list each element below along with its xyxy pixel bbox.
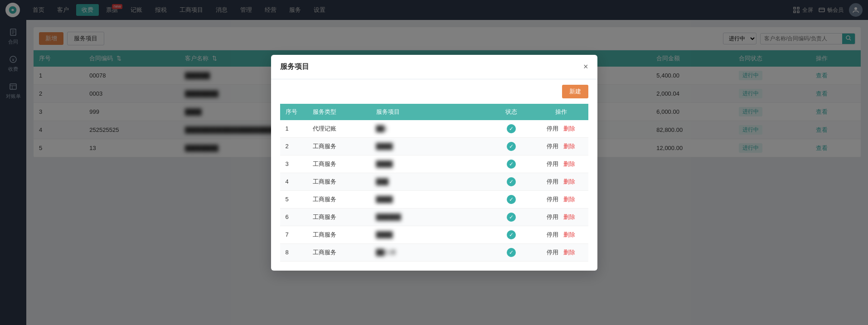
service-modal: 服务项目 × 新建 序号 服务类型 服务项目 状态 操作 1 代理记账 ██1 … (271, 55, 597, 271)
modal-header: 服务项目 × (271, 55, 597, 79)
mcell-status: ✓ (489, 190, 534, 208)
list-item: 8 工商服务 ██注册 ✓ 停用 删除 (280, 243, 588, 261)
status-check-icon: ✓ (507, 124, 516, 133)
stop-button[interactable]: 停用 (547, 249, 558, 256)
modal-title: 服务项目 (280, 62, 309, 72)
mth-status: 状态 (489, 104, 534, 120)
stop-button[interactable]: 停用 (547, 231, 558, 238)
stop-button[interactable]: 停用 (547, 160, 558, 167)
status-check-icon: ✓ (507, 230, 516, 239)
modal-new-button[interactable]: 新建 (562, 85, 588, 98)
service-table: 序号 服务类型 服务项目 状态 操作 1 代理记账 ██1 ✓ 停用 删除 2 … (280, 104, 588, 262)
mcell-type: 代理记账 (307, 120, 371, 138)
mcell-status: ✓ (489, 173, 534, 190)
mcell-type: 工商服务 (307, 190, 371, 208)
mcell-status: ✓ (489, 208, 534, 226)
mth-type: 服务类型 (307, 104, 371, 120)
mcell-item: ███ (371, 173, 489, 190)
stop-button[interactable]: 停用 (547, 196, 558, 203)
modal-toolbar: 新建 (271, 79, 597, 104)
mcell-type: 工商服务 (307, 243, 371, 261)
list-item: 7 工商服务 ████ ✓ 停用 删除 (280, 226, 588, 243)
stop-button[interactable]: 停用 (547, 213, 558, 220)
mcell-status: ✓ (489, 243, 534, 261)
mcell-item: ████ (371, 190, 489, 208)
delete-button[interactable]: 删除 (563, 143, 575, 150)
mth-item: 服务项目 (371, 104, 489, 120)
status-check-icon: ✓ (507, 160, 516, 169)
delete-button[interactable]: 删除 (563, 196, 575, 203)
mth-action: 操作 (534, 104, 588, 120)
stop-button[interactable]: 停用 (547, 178, 558, 185)
mcell-seq: 5 (280, 190, 307, 208)
status-check-icon: ✓ (507, 213, 516, 222)
delete-button[interactable]: 删除 (563, 125, 575, 132)
mcell-status: ✓ (489, 155, 534, 173)
mcell-action: 停用 删除 (534, 173, 588, 190)
list-item: 3 工商服务 ████ ✓ 停用 删除 (280, 155, 588, 173)
mcell-item: ██████ (371, 208, 489, 226)
modal-close-button[interactable]: × (583, 63, 588, 71)
status-check-icon: ✓ (507, 248, 516, 257)
delete-button[interactable]: 删除 (563, 231, 575, 238)
modal-body: 序号 服务类型 服务项目 状态 操作 1 代理记账 ██1 ✓ 停用 删除 2 … (271, 104, 597, 271)
delete-button[interactable]: 删除 (563, 213, 575, 220)
stop-button[interactable]: 停用 (547, 125, 558, 132)
mcell-type: 工商服务 (307, 173, 371, 190)
mcell-seq: 3 (280, 155, 307, 173)
status-check-icon: ✓ (507, 177, 516, 186)
mcell-seq: 1 (280, 120, 307, 138)
mcell-seq: 7 (280, 226, 307, 243)
mcell-type: 工商服务 (307, 137, 371, 155)
mcell-type: 工商服务 (307, 226, 371, 243)
mcell-seq: 2 (280, 137, 307, 155)
list-item: 1 代理记账 ██1 ✓ 停用 删除 (280, 120, 588, 138)
mcell-action: 停用 删除 (534, 226, 588, 243)
mcell-seq: 4 (280, 173, 307, 190)
status-check-icon: ✓ (507, 195, 516, 204)
mcell-action: 停用 删除 (534, 120, 588, 138)
stop-button[interactable]: 停用 (547, 143, 558, 150)
mcell-action: 停用 删除 (534, 190, 588, 208)
mcell-item: ████ (371, 137, 489, 155)
mcell-status: ✓ (489, 226, 534, 243)
mth-seq: 序号 (280, 104, 307, 120)
mcell-status: ✓ (489, 120, 534, 138)
list-item: 5 工商服务 ████ ✓ 停用 删除 (280, 190, 588, 208)
mcell-seq: 6 (280, 208, 307, 226)
delete-button[interactable]: 删除 (563, 160, 575, 167)
list-item: 4 工商服务 ███ ✓ 停用 删除 (280, 173, 588, 190)
mcell-seq: 8 (280, 243, 307, 261)
delete-button[interactable]: 删除 (563, 178, 575, 185)
mcell-status: ✓ (489, 137, 534, 155)
mcell-item: ████ (371, 226, 489, 243)
mcell-action: 停用 删除 (534, 208, 588, 226)
list-item: 2 工商服务 ████ ✓ 停用 删除 (280, 137, 588, 155)
mcell-action: 停用 删除 (534, 243, 588, 261)
delete-button[interactable]: 删除 (563, 249, 575, 256)
mcell-item: ████ (371, 155, 489, 173)
mcell-action: 停用 删除 (534, 137, 588, 155)
status-check-icon: ✓ (507, 142, 516, 151)
mcell-action: 停用 删除 (534, 155, 588, 173)
mcell-item: ██注册 (371, 243, 489, 261)
mcell-type: 工商服务 (307, 155, 371, 173)
mcell-type: 工商服务 (307, 208, 371, 226)
list-item: 6 工商服务 ██████ ✓ 停用 删除 (280, 208, 588, 226)
mcell-item: ██1 (371, 120, 489, 138)
